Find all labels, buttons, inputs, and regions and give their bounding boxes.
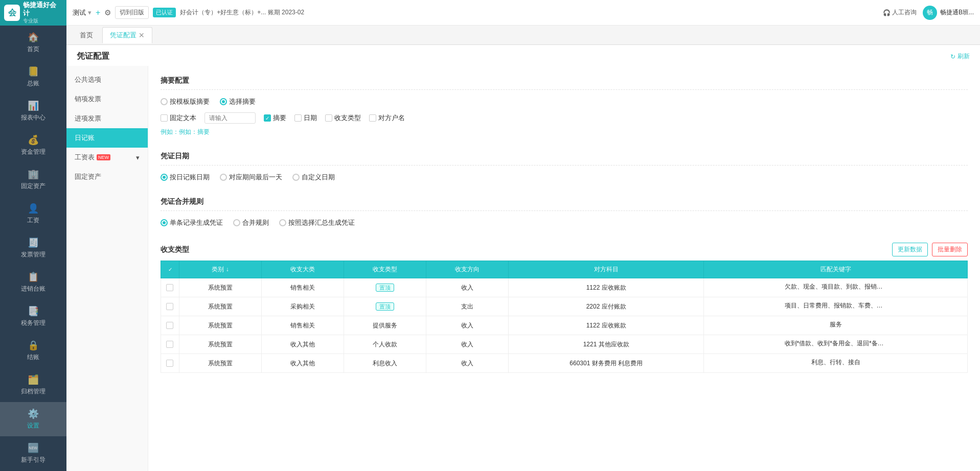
type-tag: 置顶 xyxy=(376,284,394,292)
fixed-text-checkbox[interactable]: 固定文本 xyxy=(161,113,196,123)
sidebar-item-archive[interactable]: 🗂️ 归档管理 xyxy=(0,368,66,402)
radio-circle-single xyxy=(161,219,168,226)
payment-table: ✓ 类别 ↓ 收支大类 收支类型 收支方向 对方科目 匹配关键字 xyxy=(161,261,968,373)
tab-close-icon[interactable]: ✕ xyxy=(139,31,145,39)
summary-section: 摘要配置 按模板版摘要 选择摘要 xyxy=(161,76,968,136)
date-radio-group: 按日记账日期 对应期间最后一天 自定义日期 xyxy=(161,173,968,182)
summary-checkbox[interactable]: ✓ 摘要 xyxy=(264,113,286,123)
sidebar-item-funds[interactable]: 💰 资金管理 xyxy=(0,128,66,162)
sidebar-item-home[interactable]: 🏠 首页 xyxy=(0,26,66,60)
row-checkbox[interactable] xyxy=(166,360,173,367)
counterparty-checkbox[interactable]: 对方户名 xyxy=(369,113,405,123)
tab-voucher-config[interactable]: 凭证配置 ✕ xyxy=(102,27,152,43)
sidebar-item-label: 固定资产 xyxy=(21,182,45,191)
sidebar-item-label: 总账 xyxy=(27,79,39,88)
scroll-container[interactable]: 公共选项 销项发票 进项发票 日记账 工资表 NEW xyxy=(66,66,980,471)
gear-icon[interactable]: ⚙ xyxy=(104,8,111,17)
cell-direction: 收入 xyxy=(426,316,509,335)
guide-icon: 🆕 xyxy=(28,442,39,454)
left-nav-fixed-assets[interactable]: 固定资产 xyxy=(66,167,148,186)
headset-icon: 🎧 xyxy=(883,9,891,16)
select-all-checkbox[interactable]: ✓ xyxy=(167,266,174,273)
cell-direction: 收入 xyxy=(426,278,509,297)
radio-summary-generate[interactable]: 按照选择汇总生成凭证 xyxy=(279,218,355,227)
new-badge: NEW xyxy=(97,154,110,161)
cell-account: 660301 财务费用 利息费用 xyxy=(509,354,704,373)
left-nav-purchase-invoice[interactable]: 进项发票 xyxy=(66,109,148,128)
col-type: 收支类型 xyxy=(344,261,426,278)
ledger-icon: 📒 xyxy=(28,66,39,77)
left-nav-payroll[interactable]: 工资表 NEW ▾ xyxy=(66,148,148,167)
date-checkbox[interactable]: 日期 xyxy=(294,113,317,123)
col-major: 收支大类 xyxy=(262,261,344,278)
radio-period-last-day[interactable]: 对应期间最后一天 xyxy=(220,173,282,182)
radio-circle-template xyxy=(161,98,168,105)
sidebar-item-label: 设置 xyxy=(27,421,39,430)
help-button[interactable]: 🎧 人工咨询 xyxy=(883,8,917,17)
invoice-icon: 🧾 xyxy=(28,237,39,248)
type-tag: 置顶 xyxy=(376,302,394,311)
cell-type: 置顶 xyxy=(344,278,426,297)
sidebar-item-purchase[interactable]: 📋 进销台账 xyxy=(0,265,66,299)
table-row: 系统预置收入其他利息收入收入660301 财务费用 利息费用利息、行转、接自 xyxy=(161,354,968,373)
cell-type: 个人收款 xyxy=(344,335,426,354)
checkbox-box-summary: ✓ xyxy=(264,114,271,122)
summary-section-title: 摘要配置 xyxy=(161,76,968,90)
inner-layout: 公共选项 销项发票 进项发票 日记账 工资表 NEW xyxy=(66,66,980,471)
tab-home[interactable]: 首页 xyxy=(73,28,100,43)
radio-custom-date[interactable]: 自定义日期 xyxy=(292,173,335,182)
sidebar-item-assets[interactable]: 🏢 固定资产 xyxy=(0,162,66,197)
switch-version-button[interactable]: 切到旧版 xyxy=(115,6,149,19)
row-checkbox[interactable] xyxy=(166,284,173,291)
topbar: 测试 ▾ + ⚙ 切到旧版 已认证 好会计（专）+好生意（标）+... 账期 2… xyxy=(66,0,980,26)
radio-diary-date[interactable]: 按日记账日期 xyxy=(161,173,210,182)
add-button[interactable]: + xyxy=(96,8,100,17)
page-title: 凭证配置 xyxy=(77,51,109,62)
radio-merge-rules[interactable]: 合并规则 xyxy=(233,218,269,227)
radio-circle-summary xyxy=(279,219,286,226)
batch-delete-button[interactable]: 批量删除 xyxy=(932,243,968,256)
user-menu[interactable]: 畅 畅捷通B班... xyxy=(923,6,974,20)
purchase-icon: 📋 xyxy=(28,271,39,282)
topbar-info: 好会计（专）+好生意（标）+... 账期 2023-02 xyxy=(180,8,304,17)
sidebar-item-reports[interactable]: 📊 报表中心 xyxy=(0,94,66,128)
left-nav-diary[interactable]: 日记账 xyxy=(66,128,148,148)
closing-icon: 🔒 xyxy=(28,340,39,351)
app-name: 畅捷通好会计 xyxy=(23,1,62,17)
sidebar-item-label: 工资 xyxy=(27,216,39,225)
sidebar-item-settings[interactable]: ⚙️ 设置 xyxy=(0,402,66,436)
fixed-text-input[interactable] xyxy=(204,112,256,124)
sidebar-item-salary[interactable]: 👤 工资 xyxy=(0,197,66,231)
sidebar-item-guide[interactable]: 🆕 新手引导 xyxy=(0,436,66,470)
refresh-button[interactable]: ↻ 刷新 xyxy=(950,52,970,61)
sidebar-item-label: 首页 xyxy=(27,45,39,54)
radio-select-summary[interactable]: 选择摘要 xyxy=(220,97,256,106)
sidebar-item-invoice[interactable]: 🧾 发票管理 xyxy=(0,231,66,265)
merge-section: 凭证合并规则 单条记录生成凭证 合并规则 xyxy=(161,197,968,227)
cell-type: 利息收入 xyxy=(344,354,426,373)
row-checkbox[interactable] xyxy=(166,341,173,348)
cell-type: 置顶 xyxy=(344,297,426,316)
sidebar-item-tax[interactable]: 📑 税务管理 xyxy=(0,299,66,334)
cell-direction: 收入 xyxy=(426,354,509,373)
sidebar-item-closing[interactable]: 🔒 结账 xyxy=(0,334,66,368)
cell-account: 2202 应付账款 xyxy=(509,297,704,316)
payment-type-checkbox[interactable]: 收支类型 xyxy=(325,113,361,123)
table-row: 系统预置销售相关置顶收入1122 应收账款欠款、现金、项目款、到款、报销款、汇入… xyxy=(161,278,968,297)
radio-single-record[interactable]: 单条记录生成凭证 xyxy=(161,218,223,227)
update-data-button[interactable]: 更新数据 xyxy=(892,243,928,256)
row-checkbox[interactable] xyxy=(166,303,173,310)
radio-circle-merge xyxy=(233,219,240,226)
radio-circle-period xyxy=(220,174,227,181)
summary-radio-group: 按模板版摘要 选择摘要 xyxy=(161,97,968,106)
left-nav-sales-invoice[interactable]: 销项发票 xyxy=(66,89,148,109)
radio-template-summary[interactable]: 按模板版摘要 xyxy=(161,97,210,106)
sidebar-item-ledger[interactable]: 📒 总账 xyxy=(0,60,66,94)
sidebar-item-label: 报表中心 xyxy=(21,113,45,122)
cell-type: 提供服务 xyxy=(344,316,426,335)
archive-icon: 🗂️ xyxy=(28,374,39,385)
row-checkbox[interactable] xyxy=(166,322,173,329)
funds-icon: 💰 xyxy=(28,134,39,146)
left-nav-public[interactable]: 公共选项 xyxy=(66,70,148,89)
cell-major: 收入其他 xyxy=(262,335,344,354)
